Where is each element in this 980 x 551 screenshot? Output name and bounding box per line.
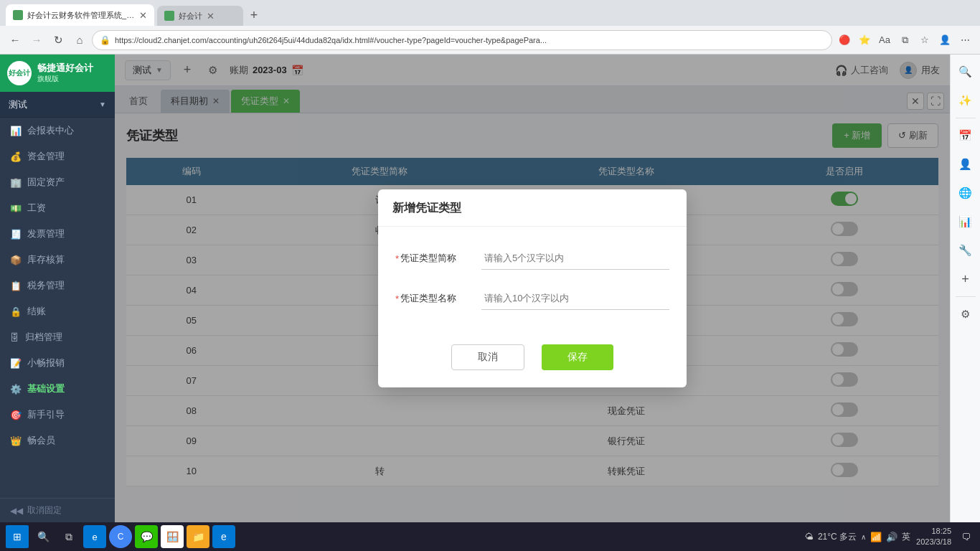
taskbar-app-store[interactable]: 🪟 [161,525,184,548]
new-tab-button[interactable]: + [243,4,265,26]
profile-icon[interactable]: 👤 [936,31,954,50]
cancel-button[interactable]: 取消 [451,344,524,370]
right-globe-icon[interactable]: 🌐 [954,182,977,204]
report-icon: 📝 [10,358,22,369]
taskbar-lang: 英 [902,531,910,543]
taskbar-weather-text: 21°C 多云 [818,531,857,543]
salary-icon: 💵 [10,203,22,214]
nav-forward[interactable]: → [27,31,46,50]
taskbar-start[interactable]: ⊞ [6,525,29,548]
address-bar[interactable]: 🔒 https://cloud2.chanjet.com/accounting/… [92,30,832,50]
browser-toolbar: ← → ↻ ⌂ 🔒 https://cloud2.chanjet.com/acc… [0,26,980,55]
voucher-short-name-input[interactable] [481,247,669,270]
inventory-icon: 📦 [10,255,22,265]
taskbar-app-chrome[interactable]: C [109,525,132,548]
tab-close-2[interactable]: ✕ [207,11,215,22]
sidebar-label-tax: 税务管理 [27,279,65,292]
taskbar-app-files[interactable]: 📁 [187,525,209,548]
sidebar-item-settings[interactable]: ⚙️ 基础设置 [0,376,115,402]
sidebar-label-salary: 工资 [27,202,46,215]
browser-tab-inactive[interactable]: 好会计 ✕ [157,6,243,26]
translate-icon[interactable]: Aa [875,31,894,50]
browser-tab-bar: 好会计云财务软件管理系统_会计 ✕ 好会计 ✕ + [0,0,980,26]
required-mark-1: * [395,253,399,264]
right-add-icon[interactable]: + [954,268,977,291]
favorites-icon[interactable]: ☆ [915,31,934,50]
extensions-icon[interactable]: 🔴 [835,31,854,50]
sidebar-item-member[interactable]: 👑 畅会员 [0,428,115,453]
right-chart-icon[interactable]: 📊 [954,210,977,233]
dialog-body: * 凭证类型简称 * 凭证类型名称 [378,227,687,336]
right-user-icon[interactable]: 👤 [954,153,977,176]
browser-tab-active[interactable]: 好会计云财务软件管理系统_会计 ✕ [6,4,154,26]
form-label-short: * 凭证类型简称 [395,252,481,265]
right-tools-icon[interactable]: 🔧 [954,239,977,262]
tab-favicon-1 [13,10,23,20]
taskbar-task-view[interactable]: ⧉ [57,525,80,548]
sidebar-label-settings: 基础设置 [27,382,65,395]
nav-back[interactable]: ← [6,31,24,50]
sidebar-logo: 好会计 畅捷通好会计 旗舰版 [0,55,115,92]
member-icon: 👑 [10,435,22,446]
taskbar-sound-icon[interactable]: 🔊 [886,532,897,542]
right-ai-icon[interactable]: ✨ [954,89,977,112]
sidebar-footer-label: 取消固定 [27,504,62,517]
right-panel-divider-1 [956,118,976,118]
sidebar-label-guide: 新手引导 [27,408,65,421]
dialog-title: 新增凭证类型 [392,202,461,214]
taskbar-clock: 18:25 2023/3/18 [916,526,951,548]
sidebar-label-reports: 会报表中心 [27,124,74,137]
nav-home[interactable]: ⌂ [70,31,89,50]
sidebar-item-tax[interactable]: 📋 税务管理 [0,273,115,298]
bookmark-icon[interactable]: ⭐ [855,31,874,50]
dialog-header: 新增凭证类型 [378,189,687,227]
workspace-selector[interactable]: 测试 ▼ [0,92,115,118]
taskbar-search[interactable]: 🔍 [32,525,55,548]
right-settings-icon[interactable]: ⚙ [954,303,977,326]
logo-sub-text: 旗舰版 [37,74,93,84]
sidebar-item-reports[interactable]: 📊 会报表中心 [0,118,115,143]
dialog: 新增凭证类型 * 凭证类型简称 * 凭证类型名称 取消 保存 [378,189,687,387]
sidebar-item-finance[interactable]: 💰 资金管理 [0,143,115,169]
sidebar-item-inventory[interactable]: 📦 库存核算 [0,247,115,273]
workspace-name: 测试 [9,98,27,111]
logo-text-block: 畅捷通好会计 旗舰版 [37,62,93,85]
sidebar-item-report[interactable]: 📝 小畅报销 [0,350,115,376]
settings-icon: ⚙️ [10,384,22,395]
tab-title-1: 好会计云财务软件管理系统_会计 [27,10,135,21]
taskbar-up-icon[interactable]: ∧ [861,533,866,541]
voucher-full-name-input[interactable] [481,287,669,310]
taskbar-app-wechat[interactable]: 💬 [135,525,158,548]
sidebar-footer[interactable]: ◀◀ 取消固定 [0,498,115,522]
tabs-icon[interactable]: ⧉ [895,31,914,50]
tab-favicon-2 [164,11,174,21]
nav-refresh[interactable]: ↻ [49,31,67,50]
taskbar-app-edge[interactable]: e [83,525,106,548]
save-button[interactable]: 保存 [542,344,613,370]
taskbar-date: 2023/3/18 [916,537,951,547]
sidebar-label-closing: 结账 [27,305,46,318]
sidebar-item-closing[interactable]: 🔒 结账 [0,298,115,324]
browser-chrome: 好会计云财务软件管理系统_会计 ✕ 好会计 ✕ + ← → ↻ ⌂ 🔒 http… [0,0,980,55]
sidebar-item-fixed-assets[interactable]: 🏢 固定资产 [0,169,115,195]
sidebar-item-archive[interactable]: 🗄 归档管理 [0,324,115,350]
guide-icon: 🎯 [10,410,22,420]
sidebar-item-invoice[interactable]: 🧾 发票管理 [0,221,115,247]
sidebar-label-invoice: 发票管理 [27,227,65,240]
right-panel: 🔍 ✨ 📅 👤 🌐 📊 🔧 + ⚙ [950,55,980,522]
more-icon[interactable]: ⋯ [956,31,974,50]
tab-close-1[interactable]: ✕ [139,10,147,21]
taskbar-notification[interactable]: 🗨 [957,528,974,545]
taskbar-app-browser2[interactable]: e [212,525,235,548]
workspace-dropdown-icon: ▼ [99,100,106,108]
right-search-icon[interactable]: 🔍 [954,60,977,83]
sidebar-item-salary[interactable]: 💵 工资 [0,195,115,221]
dialog-footer: 取消 保存 [378,336,687,387]
taskbar-network-icon[interactable]: 📶 [870,532,882,542]
logo-icon: 好会计 [7,61,32,85]
tax-icon: 📋 [10,281,22,291]
sidebar-item-guide[interactable]: 🎯 新手引导 [0,402,115,428]
sidebar-label-archive: 归档管理 [25,331,62,344]
right-calendar-icon[interactable]: 📅 [954,124,977,147]
sidebar-label-fixed-assets: 固定资产 [27,176,65,189]
